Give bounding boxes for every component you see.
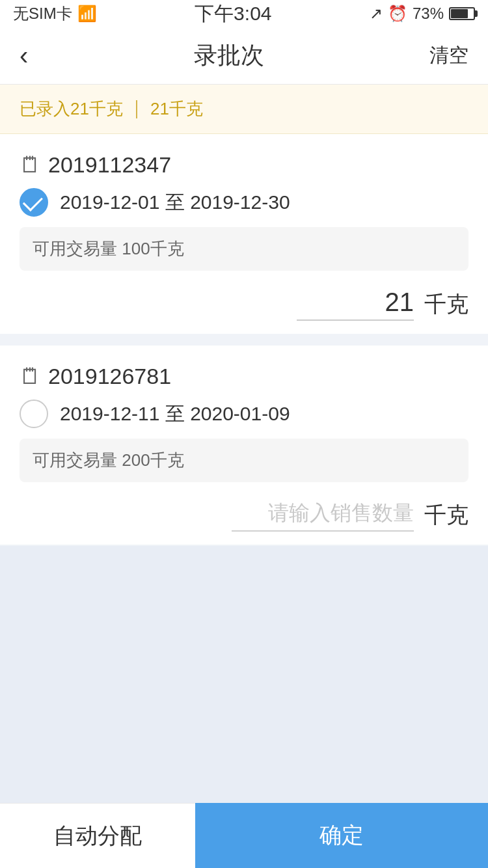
- carrier-label: 无SIM卡: [13, 3, 72, 24]
- location-icon: ↗: [370, 5, 383, 23]
- clear-button[interactable]: 清空: [429, 42, 468, 69]
- batch-1-id: 2019112347: [48, 152, 171, 178]
- confirm-button[interactable]: 确定: [195, 803, 488, 868]
- wifi-icon: 📶: [77, 5, 97, 23]
- doc-icon-2: 🗒: [20, 364, 42, 389]
- batch-2-header: 🗒 2019126781: [0, 346, 488, 396]
- batch-1-availability: 可用交易量 100千克: [20, 227, 468, 271]
- status-right: ↗ ⏰ 73%: [370, 5, 475, 23]
- status-bar: 无SIM卡 📶 下午3:04 ↗ ⏰ 73%: [0, 0, 488, 27]
- batch-1-date: 2019-12-01 至 2019-12-30: [60, 189, 290, 216]
- batch-2-input-placeholder[interactable]: 请输入销售数量: [268, 501, 414, 524]
- batch-card-1: 🗒 2019112347 2019-12-01 至 2019-12-30 可用交…: [0, 134, 488, 334]
- batch-1-quantity-unit: 千克: [424, 290, 468, 319]
- batch-2-date-row: 2019-12-11 至 2020-01-09: [0, 396, 488, 435]
- alarm-icon: ⏰: [388, 5, 407, 23]
- batch-card-2: 🗒 2019126781 2019-12-11 至 2020-01-09 可用交…: [0, 346, 488, 545]
- gray-area: [0, 546, 488, 806]
- batch-2-id: 2019126781: [48, 364, 171, 389]
- summary-divider: [136, 100, 137, 118]
- batch-2-quantity-unit: 千克: [424, 500, 468, 530]
- summary-banner: 已录入21千克 21千克: [0, 85, 488, 134]
- batch-1-quantity-row: 21 千克: [0, 277, 488, 334]
- status-left: 无SIM卡 📶: [13, 3, 97, 24]
- batch-2-availability: 可用交易量 200千克: [20, 439, 468, 482]
- nav-bar: ‹ 录批次 清空: [0, 27, 488, 85]
- batch-1-date-row: 2019-12-01 至 2019-12-30: [0, 184, 488, 223]
- batch-1-header: 🗒 2019112347: [0, 134, 488, 184]
- bottom-bar: 自动分配 确定: [0, 803, 488, 868]
- summary-label: 已录入21千克: [20, 98, 123, 120]
- battery-icon: [449, 7, 475, 20]
- batch-1-checkbox[interactable]: [20, 188, 48, 217]
- batch-2-input-row: 请输入销售数量 千克: [0, 489, 488, 545]
- back-button[interactable]: ‹: [20, 41, 28, 70]
- batch-1-quantity-value[interactable]: 21: [385, 288, 414, 316]
- content-area: 🗒 2019112347 2019-12-01 至 2019-12-30 可用交…: [0, 134, 488, 868]
- summary-value: 21千克: [150, 98, 203, 120]
- battery-percent: 73%: [413, 5, 444, 23]
- section-separator: [0, 335, 488, 346]
- page-title: 录批次: [194, 40, 264, 72]
- status-time: 下午3:04: [195, 1, 271, 27]
- doc-icon-1: 🗒: [20, 152, 42, 178]
- auto-distribute-button[interactable]: 自动分配: [0, 803, 195, 868]
- batch-2-checkbox[interactable]: [20, 400, 48, 428]
- batch-2-date: 2019-12-11 至 2020-01-09: [60, 401, 290, 427]
